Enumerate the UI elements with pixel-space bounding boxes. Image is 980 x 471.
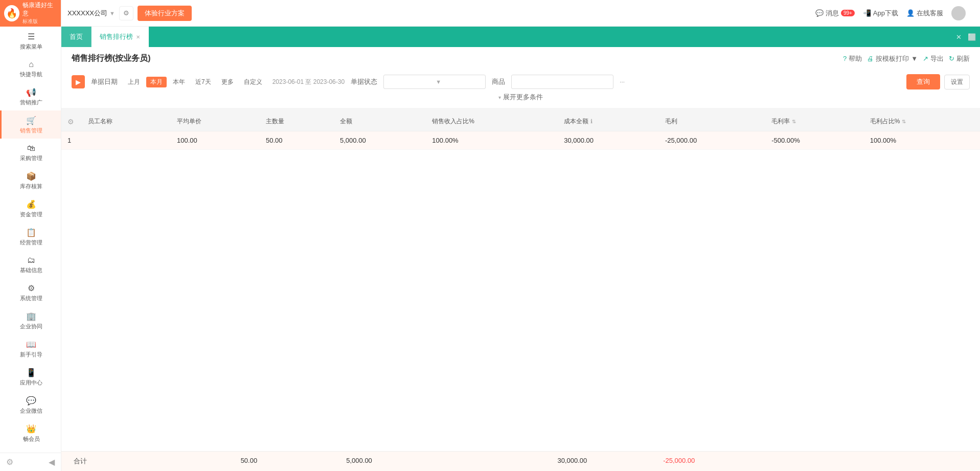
col-settings-icon[interactable]: ⚙: [67, 118, 74, 126]
sidebar-item-label: 库存核算: [20, 183, 42, 190]
table-header: ⚙ 员工名称 平均单价 主数量 全额 销售收入占比% 成本全额 ℹ 毛利: [61, 112, 980, 131]
date-more[interactable]: 更多: [217, 77, 238, 87]
operations-icon: 📋: [26, 228, 36, 237]
message-icon: 💬: [815, 9, 824, 17]
sidebar-item-finance[interactable]: 💰 资金管理: [0, 194, 61, 222]
guide-icon: 📖: [26, 340, 36, 349]
date-7days[interactable]: 近7天: [191, 77, 215, 87]
company-name: XXXXXX公司: [67, 9, 107, 18]
footer-qty: 50.00: [235, 457, 340, 466]
help-icon: ?: [843, 55, 847, 62]
th-name: 员工名称: [82, 112, 171, 131]
filter-row: ▶ 单据日期 上月 本月 本年 近7天 更多 自定义 2023-06-01 至 …: [72, 74, 970, 89]
sidebar-item-basic[interactable]: 🗂 基础信息: [0, 251, 61, 278]
sidebar-item-marketing[interactable]: 📢 营销推广: [0, 82, 61, 110]
message-badge: 99+: [841, 10, 855, 16]
sidebar-item-label: 畅会员: [23, 435, 40, 443]
export-icon: ↗: [923, 55, 928, 62]
company-selector[interactable]: XXXXXX公司 ▼: [67, 9, 115, 18]
sidebar-item-member[interactable]: 👑 畅会员: [0, 419, 61, 447]
export-btn[interactable]: ↗ 导出: [923, 54, 944, 63]
th-qty: 主数量: [260, 112, 334, 131]
home-icon: ⌂: [29, 60, 34, 69]
download-icon: 📲: [863, 9, 871, 17]
more-filters-btn[interactable]: ···: [620, 78, 625, 85]
print-btn[interactable]: 🖨 按模板打印 ▼: [867, 54, 918, 63]
sidebar-item-inventory[interactable]: 📦 库存核算: [0, 166, 61, 194]
query-btn[interactable]: 查询: [906, 74, 940, 89]
sidebar: 🔥 畅康通好生意 标准版 ☰ 搜索菜单 ⌂ 快捷导航 📢 营销推广 🛒 销售管理…: [0, 0, 61, 471]
refresh-icon: ↻: [949, 55, 954, 62]
goods-input[interactable]: [516, 78, 609, 85]
online-service-btn[interactable]: 👤 在线客服: [906, 9, 943, 18]
maximize-icon[interactable]: ⬜: [968, 33, 976, 41]
inventory-icon: 📦: [26, 171, 36, 181]
expand-more-label: 展开更多条件: [503, 93, 543, 102]
date-range-display: 2023-06-01 至 2023-06-30: [272, 78, 345, 86]
trial-btn[interactable]: 体验行业方案: [138, 6, 192, 21]
message-btn[interactable]: 💬 消息 99+: [815, 9, 855, 18]
gross-rate-sort-icon[interactable]: ⇅: [792, 119, 796, 124]
date-current-month[interactable]: 本月: [146, 77, 167, 87]
window-controls: ✕ ⬜: [952, 27, 980, 47]
sidebar-item-purchase[interactable]: 🛍 采购管理: [0, 139, 61, 166]
data-table: ⚙ 员工名称 平均单价 主数量 全额 销售收入占比% 成本全额 ℹ 毛利: [61, 112, 980, 150]
help-btn[interactable]: ? 帮助: [843, 54, 862, 63]
system-icon: ⚙: [28, 283, 35, 293]
sidebar-item-label: 企业微信: [20, 407, 42, 415]
footer-amount: 5,000.00: [340, 457, 446, 466]
sidebar-item-search[interactable]: ☰ 搜索菜单: [0, 27, 61, 55]
table-area: ⚙ 员工名称 平均单价 主数量 全额 销售收入占比% 成本全额 ℹ 毛利: [61, 112, 980, 451]
status-select-wrapper[interactable]: ▼: [383, 75, 486, 89]
tab-sales-rank[interactable]: 销售排行榜 ✕: [92, 27, 149, 47]
sidebar-item-app[interactable]: 📱 应用中心: [0, 363, 61, 391]
logo-sub: 标准版: [22, 18, 57, 25]
sidebar-item-label: 销售管理: [20, 127, 42, 134]
sidebar-item-shortcuts[interactable]: ⌂ 快捷导航: [0, 55, 61, 82]
sidebar-item-label: 采购管理: [20, 154, 42, 162]
sidebar-item-label: 资金管理: [20, 211, 42, 218]
tab-close-icon[interactable]: ✕: [136, 34, 140, 40]
date-current-year[interactable]: 本年: [169, 77, 189, 87]
purchase-icon: 🛍: [27, 144, 35, 153]
marketing-icon: 📢: [26, 87, 36, 97]
th-gross: 毛利: [659, 112, 765, 131]
topbar-settings-btn[interactable]: ⚙: [119, 6, 133, 20]
sidebar-nav: ☰ 搜索菜单 ⌂ 快捷导航 📢 营销推广 🛒 销售管理 🛍 采购管理 📦 库存核…: [0, 27, 61, 453]
app-download-btn[interactable]: 📲 App下载: [863, 9, 898, 18]
tabbar: 首页 销售排行榜 ✕ ✕ ⬜: [61, 27, 980, 47]
date-custom[interactable]: 自定义: [240, 77, 266, 87]
logo-icon: 🔥: [4, 5, 19, 21]
td-cost: 30,000.00: [558, 131, 659, 150]
sidebar-item-wechat[interactable]: 💬 企业微信: [0, 391, 61, 419]
date-prev-month[interactable]: 上月: [124, 77, 144, 87]
main-area: XXXXXX公司 ▼ ⚙ 体验行业方案 💬 消息 99+ 📲 App下载 👤 在…: [61, 0, 980, 471]
service-icon: 👤: [906, 9, 915, 17]
filter-expand-btn[interactable]: ▶: [72, 75, 85, 88]
collapse-icon[interactable]: ◀: [49, 457, 55, 467]
footer-empty2: [868, 457, 974, 466]
print-label: 按模板打印: [876, 54, 909, 63]
sidebar-item-guide[interactable]: 📖 新手引导: [0, 334, 61, 363]
sidebar-item-system[interactable]: ⚙ 系统管理: [0, 278, 61, 306]
gross-pct-sort-icon[interactable]: ⇅: [902, 119, 906, 124]
goods-filter-label: 商品: [492, 77, 505, 86]
basic-icon: 🗂: [27, 256, 35, 265]
sidebar-item-operations[interactable]: 📋 经营管理: [0, 222, 61, 251]
expand-more-btn[interactable]: ▾ 展开更多条件: [498, 93, 543, 102]
print-chevron: ▼: [911, 55, 918, 62]
sidebar-item-label: 企业协同: [20, 323, 42, 330]
sidebar-item-sales[interactable]: 🛒 销售管理: [0, 110, 61, 139]
th-cost: 成本全额 ℹ: [558, 112, 659, 131]
goods-field[interactable]: [511, 75, 613, 89]
sidebar-item-enterprise[interactable]: 🏢 企业协同: [0, 306, 61, 334]
sidebar-item-label: 搜索菜单: [20, 43, 42, 51]
settings-bottom-icon[interactable]: ⚙: [6, 457, 13, 467]
td-qty: 50.00: [260, 131, 334, 150]
settings-small-btn[interactable]: 设置: [944, 75, 970, 89]
avatar[interactable]: [951, 6, 966, 20]
td-gross: -25,000.00: [659, 131, 765, 150]
refresh-btn[interactable]: ↻ 刷新: [949, 54, 970, 63]
tab-home[interactable]: 首页: [61, 27, 92, 47]
close-window-icon[interactable]: ✕: [956, 33, 962, 41]
